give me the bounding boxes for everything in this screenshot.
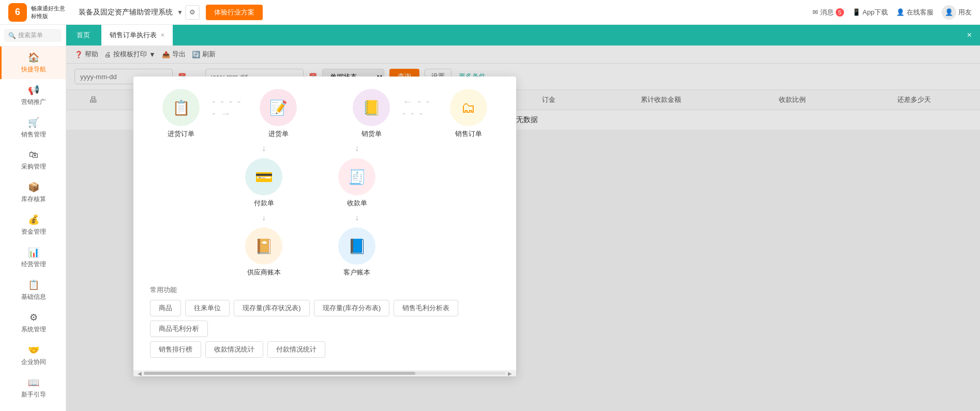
label-sales-order: 销售订单 [455,129,482,139]
purchase-icon: 🛍 [29,149,38,160]
content-area: 首页 销售订单执行表 × × ❓ 帮助 🖨 按模板打印 [66,25,980,411]
circle-purchase-order: 📋 [162,89,200,126]
label-receipt: 收款单 [347,199,367,208]
label-purchase-bill: 进货单 [268,129,289,139]
user-area[interactable]: 👤 用友 [942,5,972,20]
func-btn-2[interactable]: 现存量(库存状况表) [234,300,310,316]
ops-icon: 📊 [28,247,39,258]
service-btn[interactable]: 👤 在线客服 [896,8,933,17]
logo-area: 6 畅康通好生意 标惟版 [8,3,74,22]
flow-row-2: 💳 付款单 🧾 收款单 [150,158,500,208]
circle-sales-bill: 📒 [353,89,390,126]
label-sales-bill: 销货单 [361,129,382,139]
flow-node-purchase-order[interactable]: 📋 进货订单 [150,89,212,139]
flow-node-sales-order[interactable]: 🗂 销售订单 [438,89,500,139]
flow-node-payment[interactable]: 💳 付款单 [233,158,295,208]
system-title: 装备及固定资产辅助管理系统 ▼ [79,8,183,17]
label-supplier-ledger: 供应商账本 [247,268,281,277]
flow-node-customer-ledger[interactable]: 📘 客户账本 [326,227,388,277]
common-title: 常用功能 [150,285,500,295]
search-label: 搜索菜单 [18,31,43,40]
flow-node-purchase-bill[interactable]: 📝 进货单 [247,89,309,139]
circle-sales-order: 🗂 [450,89,487,126]
base-icon: 📋 [28,279,39,291]
flow-node-receipt[interactable]: 🧾 收款单 [326,158,388,208]
sidebar-item-base[interactable]: 📋基础信息 [0,274,66,307]
func-btn-0[interactable]: 商品 [150,300,181,316]
close-main-icon[interactable]: × [959,31,980,40]
sidebar-search[interactable]: 🔍 搜索菜单 [0,25,66,47]
sidebar-item-finance[interactable]: 💰资金管理 [0,209,66,241]
tab-label: 销售订单执行表 [110,31,157,40]
func-btn-1[interactable]: 往来单位 [185,300,230,316]
scroll-left-icon[interactable]: ◀ [135,371,144,376]
func-btn-8[interactable]: 付款情况统计 [267,341,325,358]
func-btn-5[interactable]: 商品毛利分析 [150,321,208,337]
sidebar-item-newbie[interactable]: 📖新手引导 [0,372,66,404]
modal-box: 📋 进货订单 - - - - - → [133,77,516,376]
marketing-icon: 📢 [28,84,39,96]
inventory-icon: 📦 [28,181,39,193]
func-btn-3[interactable]: 现存量(库存分布表) [314,300,390,316]
function-btns-row2: 销售排行榜收款情况统计付款情况统计 [150,341,500,358]
circle-customer-ledger: 📘 [338,227,375,265]
logo-icon: 6 [8,3,27,22]
search-inner[interactable]: 🔍 搜索菜单 [4,29,62,42]
label-payment: 付款单 [254,199,274,208]
circle-payment: 💳 [245,158,282,195]
logo-text: 畅康通好生意 标惟版 [31,5,65,20]
sidebar-item-sales[interactable]: 🛒销售管理 [0,112,66,144]
main-area: 🔍 搜索菜单 🏠快捷导航📢营销推广🛒销售管理🛍采购管理📦库存核算💰资金管理📊经营… [0,25,980,411]
page-content: ❓ 帮助 🖨 按模板打印 ▼ 📤 导出 🔄 刷新 [66,45,980,411]
app-icon: 📱 [852,8,861,16]
func-btn-6[interactable]: 销售排行榜 [150,341,201,358]
flow-row-3: 📔 供应商账本 📘 客户账本 [150,227,500,277]
flow-arrows-down-2: ↓ ↓ [150,212,500,223]
function-btns-row1: 商品往来单位现存量(库存状况表)现存量(库存分布表)销售毛利分析表商品毛利分析 [150,300,500,337]
user-avatar: 👤 [942,5,956,20]
sidebar-item-quicknav[interactable]: 🏠快捷导航 [0,47,66,79]
sales-icon: 🛒 [28,117,39,128]
flow-arrows-down: ↓ ↓ [150,143,500,154]
tab-home[interactable]: 首页 [66,25,100,45]
sidebar-item-inventory[interactable]: 📦库存核算 [0,176,66,209]
sidebar-item-ops[interactable]: 📊经营管理 [0,241,66,274]
dropdown-icon[interactable]: ▼ [177,9,183,16]
tab-sales-order[interactable]: 销售订单执行表 × [101,25,173,45]
modal-content: 📋 进货订单 - - - - - → [133,77,516,370]
system-icon: ⚙ [29,312,38,323]
func-btn-4[interactable]: 销售毛利分析表 [394,300,458,316]
func-btn-7[interactable]: 收款情况统计 [205,341,263,358]
sidebar-item-marketing[interactable]: 📢营销推广 [0,79,66,112]
flow-node-supplier-ledger[interactable]: 📔 供应商账本 [233,227,295,277]
message-icon: ✉ [812,8,818,16]
finance-icon: 💰 [28,214,39,225]
sidebar-item-system[interactable]: ⚙系统管理 [0,307,66,339]
sidebar: 🔍 搜索菜单 🏠快捷导航📢营销推广🛒销售管理🛍采购管理📦库存核算💰资金管理📊经营… [0,25,66,411]
sidebar-nav: 🏠快捷导航📢营销推广🛒销售管理🛍采购管理📦库存核算💰资金管理📊经营管理📋基础信息… [0,47,66,404]
message-badge: 5 [836,8,844,17]
trial-button[interactable]: 体验行业方案 [206,5,263,20]
top-right: ✉ 消息 5 📱 App下载 👤 在线客服 👤 用友 [812,5,972,20]
arrow-v-3: ↓ [233,212,295,223]
tab-close-icon[interactable]: × [161,32,164,39]
flow-node-sales-bill[interactable]: 📒 销货单 [340,89,402,139]
app-download-btn[interactable]: 📱 App下载 [852,8,888,17]
message-btn[interactable]: ✉ 消息 5 [812,8,844,17]
scrollbar-thumb [144,372,415,375]
modal-scrollbar: ◀ ▶ [133,370,516,376]
newbie-icon: 📖 [28,377,39,388]
arrow-h-1: - - - - - → [212,96,247,132]
search-icon: 🔍 [8,32,16,39]
sidebar-item-collab[interactable]: 🤝企业协同 [0,339,66,372]
label-purchase-order: 进货订单 [168,129,194,139]
app-wrapper: 6 畅康通好生意 标惟版 装备及固定资产辅助管理系统 ▼ ⚙ 体验行业方案 ✉ … [0,0,980,411]
collab-icon: 🤝 [28,344,39,356]
scroll-right-icon[interactable]: ▶ [506,371,514,376]
label-customer-ledger: 客户账本 [343,268,370,277]
sidebar-item-purchase[interactable]: 🛍采购管理 [0,144,66,176]
flow-row-1: 📋 进货订单 - - - - - → [150,89,500,139]
settings-icon[interactable]: ⚙ [185,5,200,20]
scrollbar-track[interactable] [144,372,506,375]
modal-overlay: 📋 进货订单 - - - - - → [66,45,980,411]
